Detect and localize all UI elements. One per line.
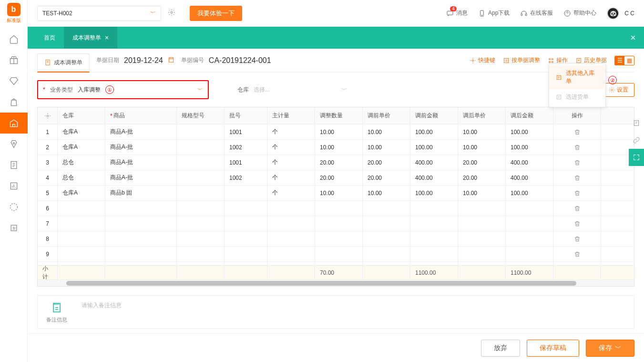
- tab-close-icon[interactable]: ×: [105, 34, 109, 41]
- float-expand-icon[interactable]: [629, 149, 644, 166]
- by-order-dropdown: 选其他入库单 选进货单 ②: [549, 63, 606, 107]
- user-menu[interactable]: 🐼 C C: [607, 7, 634, 20]
- help-link[interactable]: 帮助中心: [563, 9, 596, 17]
- nav-diamond-icon[interactable]: [0, 71, 28, 92]
- remarks-label: 备注信息: [46, 316, 67, 323]
- nav-home-icon[interactable]: [0, 29, 28, 50]
- col-settings-icon[interactable]: [38, 107, 58, 124]
- view-list-icon[interactable]: ☰: [615, 56, 624, 65]
- delete-row-icon[interactable]: [553, 201, 601, 216]
- nav-doc-icon[interactable]: [0, 155, 28, 176]
- dropdown-purchase: 选进货单: [549, 89, 605, 105]
- hotkey-action[interactable]: 快捷键: [470, 56, 495, 64]
- table-row[interactable]: 9: [38, 247, 634, 262]
- save-button[interactable]: 保存﹀: [586, 340, 634, 357]
- svg-point-7: [171, 11, 173, 13]
- chevron-down-icon: ﹀: [150, 9, 156, 17]
- by-order-action[interactable]: 按单据调整: [503, 56, 540, 64]
- draft-button[interactable]: 保存草稿: [527, 340, 579, 357]
- discard-button[interactable]: 放弃: [481, 340, 520, 357]
- date-value[interactable]: 2019-12-24: [124, 56, 163, 65]
- table-header: 仓库 *商品 规格型号 批号 主计量 调整数量 调前单价 调前金额 调后单价 调…: [38, 107, 634, 124]
- table-row[interactable]: 6: [38, 201, 634, 216]
- col-aamt[interactable]: 调后金额: [506, 107, 553, 124]
- float-link-icon[interactable]: [629, 132, 644, 149]
- messages-link[interactable]: 消息 4: [446, 9, 468, 17]
- col-unit[interactable]: 主计量: [267, 107, 315, 124]
- dropdown-other-inbound[interactable]: 选其他入库单: [549, 65, 605, 89]
- try-button[interactable]: 我要体验一下: [190, 6, 242, 21]
- app-download-link[interactable]: App下载: [478, 9, 510, 17]
- logo-icon: b: [7, 3, 20, 16]
- delete-row-icon[interactable]: [553, 140, 601, 155]
- footer-actions: 放弃 保存草稿 保存﹀: [28, 333, 644, 362]
- doc-tab[interactable]: 成本调整单: [37, 53, 90, 72]
- table-row[interactable]: 5仓库A商品b 固个10.0010.00100.0010.00100.00: [38, 186, 634, 201]
- svg-rect-28: [634, 121, 638, 126]
- view-grid-icon[interactable]: ▦: [624, 56, 634, 65]
- float-note-icon[interactable]: [629, 114, 644, 132]
- delete-row-icon[interactable]: [553, 216, 601, 231]
- svg-rect-18: [549, 58, 550, 59]
- svg-point-25: [611, 89, 613, 90]
- h-scrollbar[interactable]: [38, 279, 634, 286]
- docno-value: CA-20191224-001: [209, 56, 271, 65]
- delete-row-icon[interactable]: [553, 247, 601, 261]
- col-qty[interactable]: 调整数量: [315, 107, 363, 124]
- table-row[interactable]: 10: [38, 262, 634, 265]
- nav-report-icon[interactable]: [0, 176, 28, 197]
- table-row[interactable]: 7: [38, 216, 634, 231]
- table-row[interactable]: 1仓库A商品A-批1001个10.0010.00100.0010.00100.0…: [38, 124, 634, 140]
- table-row[interactable]: 2仓库A商品A-批1002个10.0010.00100.0010.00100.0…: [38, 140, 634, 155]
- col-batch[interactable]: 批号: [225, 107, 267, 124]
- svg-rect-8: [447, 11, 453, 15]
- table-row[interactable]: 3总仓商品A-批1001个20.0020.00400.0020.00400.00: [38, 155, 634, 170]
- nav-bag-icon[interactable]: [0, 92, 28, 113]
- nav-gift-icon[interactable]: [0, 50, 28, 71]
- avatar-icon: 🐼: [607, 7, 619, 20]
- company-selector[interactable]: TEST-H002 ﹀: [37, 6, 161, 21]
- tab-home[interactable]: 首页: [35, 27, 64, 49]
- delete-row-icon[interactable]: [553, 186, 601, 200]
- svg-rect-23: [557, 75, 561, 79]
- warehouse-filter[interactable]: 仓库 选择... ﹀: [237, 86, 347, 94]
- tab-current[interactable]: 成本调整单 ×: [64, 27, 117, 49]
- filter-row: * 业务类型 入库调整 ① ﹀ 仓库 选择... ﹀ 设置: [37, 72, 634, 107]
- remarks-input[interactable]: 请输入备注信息: [76, 296, 634, 328]
- tabs-close-all-icon[interactable]: ×: [622, 27, 644, 49]
- table-subtotal: 小计 70.00 1100.00 1100.00: [38, 265, 634, 279]
- col-aprice[interactable]: 调后单价: [458, 107, 506, 124]
- col-warehouse[interactable]: 仓库: [58, 107, 105, 124]
- calendar-icon[interactable]: [168, 56, 174, 64]
- biz-type-select[interactable]: * 业务类型 入库调整 ① ﹀: [37, 80, 209, 99]
- date-label: 单据日期: [96, 56, 119, 64]
- nav-sync-icon[interactable]: [0, 197, 28, 217]
- settings-button[interactable]: 设置: [603, 83, 634, 97]
- table-row[interactable]: 4总仓商品A-批1002个20.0020.00400.0020.00400.00: [38, 170, 634, 186]
- svg-text:新: 新: [12, 227, 15, 230]
- col-bprice[interactable]: 调前单价: [363, 107, 410, 124]
- company-name: TEST-H002: [42, 10, 72, 17]
- nav-warehouse-icon[interactable]: [0, 113, 28, 134]
- service-link[interactable]: 在线客服: [520, 9, 553, 17]
- table-row[interactable]: 8: [38, 231, 634, 247]
- chevron-down-icon: ﹀: [197, 86, 203, 94]
- delete-row-icon[interactable]: [553, 231, 601, 246]
- delete-row-icon[interactable]: [553, 124, 601, 139]
- col-spec[interactable]: 规格型号: [177, 107, 225, 124]
- nav-coin-icon[interactable]: [0, 134, 28, 155]
- nav-new-icon[interactable]: 新: [0, 217, 28, 238]
- delete-row-icon[interactable]: [553, 262, 601, 265]
- svg-rect-24: [557, 95, 561, 99]
- svg-rect-22: [577, 58, 581, 62]
- delete-row-icon[interactable]: [553, 170, 601, 185]
- col-product[interactable]: *商品: [105, 107, 177, 124]
- company-settings-icon[interactable]: [168, 9, 175, 18]
- left-sidebar: b 标准版 新: [0, 0, 28, 362]
- annotation-1: ①: [105, 85, 114, 94]
- delete-row-icon[interactable]: [553, 155, 601, 170]
- col-bamt[interactable]: 调前金额: [410, 107, 458, 124]
- msg-badge: 4: [450, 6, 457, 11]
- remarks-section: 备注信息 请输入备注信息: [37, 295, 634, 329]
- data-table: 仓库 *商品 规格型号 批号 主计量 调整数量 调前单价 调前金额 调后单价 调…: [37, 107, 634, 287]
